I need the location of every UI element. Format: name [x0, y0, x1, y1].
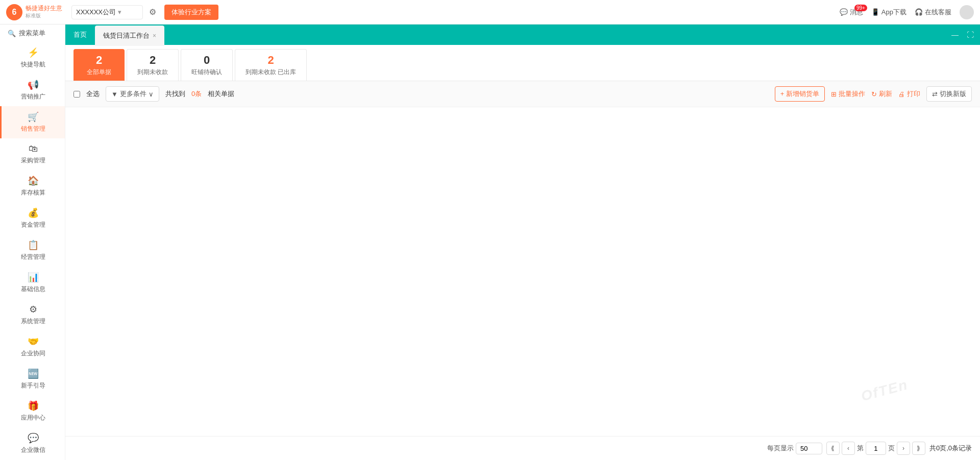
sidebar-item-label: 基础信息	[21, 285, 45, 294]
company-selector[interactable]: XXXXXX公司 ▾	[71, 5, 143, 19]
search-icon: 🔍	[8, 30, 16, 37]
refresh-icon: ↻	[871, 90, 877, 98]
per-page-select[interactable]: 50 10 20 100	[796, 443, 822, 454]
tab-active[interactable]: 钱货日清工作台 ×	[95, 26, 164, 46]
filter-button[interactable]: ▼ 更多条件 ∨	[106, 86, 159, 102]
filter-icon: ▼	[111, 90, 118, 98]
message-badge: 99+	[854, 5, 867, 11]
sidebar-item-label: 快捷导航	[21, 60, 45, 69]
batch-icon: ⊞	[831, 90, 837, 98]
tab-active-label: 钱货日清工作台	[103, 31, 150, 40]
table-area	[65, 107, 980, 436]
sidebar-item-marketing[interactable]: 📢 营销推广	[0, 74, 65, 106]
per-page-label: 每页显示	[767, 444, 794, 453]
sidebar-item-label: 采购管理	[21, 156, 45, 165]
batch-label: 批量操作	[839, 89, 865, 99]
page-label: 第	[857, 444, 864, 453]
last-page-button[interactable]: ⟫	[912, 442, 925, 455]
sidebar-search[interactable]: 🔍 搜索菜单	[0, 25, 65, 42]
stat-num-overdue: 2	[150, 54, 156, 67]
sales-icon: 🛒	[28, 111, 39, 123]
service-label: 在线客服	[925, 8, 951, 17]
sidebar-item-sales[interactable]: 🛒 销售管理	[0, 106, 65, 138]
sidebar-item-guide[interactable]: 🆕 新手引导	[0, 363, 65, 395]
sidebar-item-base[interactable]: 📊 基础信息	[0, 267, 65, 299]
sidebar-item-finance[interactable]: 💰 资金管理	[0, 202, 65, 234]
tab-close-icon[interactable]: ×	[153, 32, 156, 39]
page-number-input[interactable]	[866, 442, 886, 455]
found-suffix: 相关单据	[208, 89, 234, 99]
stat-tab-all[interactable]: 2 全部单据	[74, 49, 125, 81]
sidebar-item-quick-nav[interactable]: ⚡ 快捷导航	[0, 42, 65, 74]
sidebar-item-label: 企业微信	[21, 446, 45, 454]
cooperation-icon: 🤝	[28, 336, 39, 347]
sidebar-item-purchase[interactable]: 🛍 采购管理	[0, 138, 65, 170]
base-icon: 📊	[28, 272, 39, 283]
marketing-icon: 📢	[28, 79, 39, 90]
chevron-down-icon: ∨	[149, 90, 154, 98]
tab-home[interactable]: 首页	[65, 25, 95, 45]
add-sales-order-button[interactable]: + 新增销货单	[775, 86, 825, 102]
first-page-button[interactable]: ⟪	[826, 442, 840, 455]
headset-icon: 🎧	[915, 8, 923, 16]
stat-label-wangpu: 旺铺待确认	[191, 68, 222, 77]
sidebar-item-cooperation[interactable]: 🤝 企业协同	[0, 331, 65, 363]
refresh-button[interactable]: ↻ 刷新	[871, 89, 892, 99]
operation-icon: 📋	[28, 239, 39, 251]
tab-bar: 首页 钱货日清工作台 × — ⛶	[65, 25, 980, 45]
wechat-icon: 💬	[28, 432, 39, 444]
purchase-icon: 🛍	[29, 143, 38, 154]
avatar[interactable]	[960, 5, 974, 19]
logo-name: 畅捷通好生意	[26, 5, 62, 13]
stats-bar: 2 全部单据 2 到期未收款 0 旺铺待确认 2 到期未收款 已出库	[65, 45, 980, 81]
next-page-button[interactable]: ›	[897, 442, 910, 455]
sidebar-item-operation[interactable]: 📋 经营管理	[0, 234, 65, 267]
sidebar: 🔍 搜索菜单 ⚡ 快捷导航 📢 营销推广 🛒 销售管理 🛍 采购管理 🏠 库存核…	[0, 25, 65, 460]
tab-home-label: 首页	[74, 30, 87, 39]
sidebar-item-wechat[interactable]: 💬 企业微信	[0, 427, 65, 459]
refresh-label: 刷新	[879, 89, 892, 99]
message-button[interactable]: 💬 消息 99+	[840, 8, 863, 17]
page-suffix: 页	[888, 444, 895, 453]
sidebar-item-system[interactable]: ⚙ 系统管理	[0, 299, 65, 331]
try-industry-button[interactable]: 体验行业方案	[164, 5, 218, 20]
switch-version-button[interactable]: ⇄ 切换新版	[926, 86, 972, 102]
switch-icon: ⇄	[932, 90, 938, 98]
stat-tab-shipped[interactable]: 2 到期未收款 已出库	[235, 49, 307, 81]
select-all-checkbox[interactable]	[74, 91, 80, 98]
sidebar-item-label: 库存核算	[21, 188, 45, 197]
online-service-button[interactable]: 🎧 在线客服	[915, 8, 951, 17]
toolbar: 全选 ▼ 更多条件 ∨ 共找到 0条 相关单据 + 新增销货单 ⊞ 批量操作	[65, 81, 980, 107]
main-content: 首页 钱货日清工作台 × — ⛶ 2 全部单据 2 到期未收款	[65, 25, 980, 460]
page-navigation: ⟪ ‹ 第 页 › ⟫	[826, 442, 925, 455]
toolbar-right: + 新增销货单 ⊞ 批量操作 ↻ 刷新 🖨 打印 ⇄	[775, 86, 972, 102]
print-icon: 🖨	[898, 90, 905, 98]
quick-nav-icon: ⚡	[28, 47, 39, 58]
app-download-button[interactable]: 📱 App下载	[871, 8, 906, 17]
stat-tab-wangpu[interactable]: 0 旺铺待确认	[181, 49, 233, 81]
tab-maximize-icon[interactable]: ⛶	[965, 29, 976, 41]
tab-minimize-icon[interactable]: —	[949, 29, 961, 41]
message-icon: 💬	[840, 8, 848, 16]
print-button[interactable]: 🖨 打印	[898, 89, 920, 99]
stat-label-shipped: 到期未收款 已出库	[246, 68, 296, 77]
sidebar-item-apps[interactable]: 🎁 应用中心	[0, 395, 65, 427]
logo-area: 6 畅捷通好生意 标准版	[6, 4, 71, 20]
sidebar-item-label: 经营管理	[21, 253, 45, 261]
filter-label: 更多条件	[120, 89, 146, 99]
stat-num-all: 2	[96, 54, 102, 67]
settings-icon[interactable]: ⚙	[147, 5, 158, 19]
plus-icon: + 新增销货单	[780, 89, 819, 99]
switch-label: 切换新版	[940, 89, 966, 99]
app-label: App下载	[881, 8, 906, 17]
batch-operation-button[interactable]: ⊞ 批量操作	[831, 89, 865, 99]
found-count: 0条	[191, 89, 202, 99]
guide-icon: 🆕	[28, 368, 39, 379]
stat-tab-overdue[interactable]: 2 到期未收款	[127, 49, 179, 81]
app-icon: 📱	[871, 8, 879, 16]
sidebar-item-label: 营销推广	[21, 92, 45, 101]
inventory-icon: 🏠	[28, 175, 39, 186]
sidebar-item-inventory[interactable]: 🏠 库存核算	[0, 170, 65, 202]
header: 6 畅捷通好生意 标准版 XXXXXX公司 ▾ ⚙ 体验行业方案 💬 消息 99…	[0, 0, 980, 25]
prev-page-button[interactable]: ‹	[842, 442, 855, 455]
